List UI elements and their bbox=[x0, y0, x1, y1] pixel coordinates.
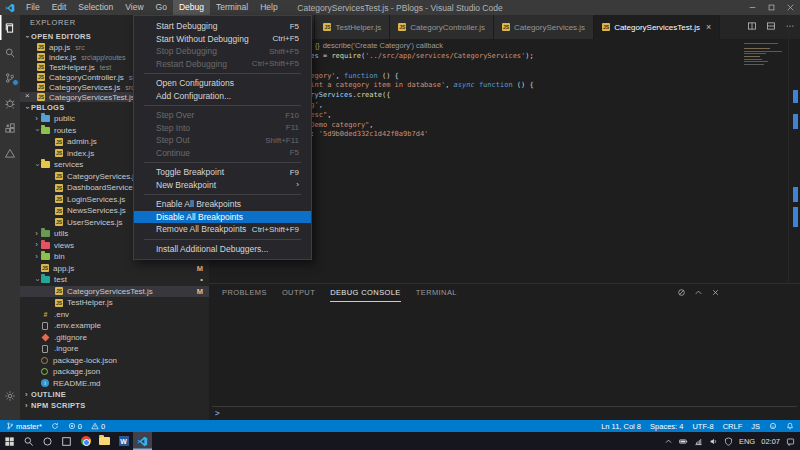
menu-item-start-without-debugging[interactable]: Start Without DebuggingCtrl+F5 bbox=[134, 33, 311, 46]
close-icon[interactable]: × bbox=[25, 91, 30, 100]
toggle-layout-icon[interactable] bbox=[766, 21, 776, 33]
menu-item-continue[interactable]: ContinueF5 bbox=[134, 147, 311, 160]
menu-item-disable-all-breakpoints[interactable]: Disable All Breakpoints bbox=[134, 211, 311, 224]
git-status-badge: M bbox=[197, 287, 203, 296]
section-outline[interactable]: ›OUTLINE bbox=[20, 389, 209, 400]
debug-icon[interactable] bbox=[0, 90, 20, 115]
menu-item-enable-all-breakpoints[interactable]: Enable All Breakpoints bbox=[134, 198, 311, 211]
menu-item-toggle-breakpoint[interactable]: Toggle BreakpointF9 bbox=[134, 166, 311, 179]
status-ln-11-col-8[interactable]: Ln 11, Col 8 bbox=[601, 422, 641, 431]
menu-item-install-additional-debuggers[interactable]: Install Additional Debuggers... bbox=[134, 243, 311, 256]
tree-item-categoryservicestest-js[interactable]: JSCategoryServicesTest.jsM bbox=[20, 286, 209, 298]
vscode-icon[interactable] bbox=[133, 432, 152, 450]
menu-file[interactable]: File bbox=[20, 0, 46, 15]
volume-icon[interactable] bbox=[709, 437, 718, 446]
start-button[interactable] bbox=[0, 432, 19, 450]
bell-icon[interactable] bbox=[786, 422, 794, 430]
settings-gear-icon[interactable] bbox=[0, 383, 20, 408]
menu-debug[interactable]: Debug bbox=[173, 0, 210, 15]
debug-console-input[interactable]: > bbox=[212, 406, 797, 419]
status-utf-8[interactable]: UTF-8 bbox=[692, 422, 713, 431]
menu-item-step-over[interactable]: Step OverF10 bbox=[134, 109, 311, 122]
tree-item-readme-md[interactable]: iREADME.md bbox=[20, 378, 209, 390]
close-window-icon[interactable] bbox=[781, 0, 800, 15]
status-errors[interactable]: 0 bbox=[68, 422, 82, 431]
file-explorer-icon[interactable] bbox=[95, 432, 114, 450]
window-title: CategoryServicesTest.js - PBlogs - Visua… bbox=[297, 3, 502, 13]
menu-go[interactable]: Go bbox=[150, 0, 173, 15]
menu-edit[interactable]: Edit bbox=[46, 0, 73, 15]
tab-categorycontroller-js[interactable]: JSCategoryController.js bbox=[390, 15, 494, 39]
menu-terminal[interactable]: Terminal bbox=[210, 0, 254, 15]
minimize-icon[interactable] bbox=[743, 0, 762, 15]
action-center-icon[interactable] bbox=[786, 437, 795, 446]
menu-item-step-out[interactable]: Step OutShift+F11 bbox=[134, 134, 311, 147]
extensions-icon[interactable] bbox=[0, 115, 20, 140]
tree-item-app-js[interactable]: JSapp.jsM bbox=[20, 263, 209, 275]
menu-item-start-debugging[interactable]: Start DebuggingF5 bbox=[134, 20, 311, 33]
split-editor-icon[interactable] bbox=[747, 21, 757, 33]
status-bar: master*00 Ln 11, Col 8Spaces: 4UTF-8CRLF… bbox=[0, 420, 800, 432]
tab-categoryservicestest-js[interactable]: JSCategoryServicesTest.js× bbox=[594, 15, 720, 39]
menu-item-step-into[interactable]: Step IntoF11 bbox=[134, 122, 311, 135]
clock[interactable]: 02:07 bbox=[761, 437, 780, 446]
menu-item-remove-all-breakpoints[interactable]: Remove All BreakpointsCtrl+Shift+F9 bbox=[134, 223, 311, 236]
close-panel-icon[interactable] bbox=[711, 288, 720, 299]
chevron-up-icon[interactable] bbox=[664, 437, 673, 446]
menu-item-open-configurations[interactable]: Open Configurations bbox=[134, 77, 311, 90]
explorer-icon[interactable] bbox=[0, 15, 20, 40]
tree-item-package-json[interactable]: package.json bbox=[20, 366, 209, 378]
more-actions-icon[interactable] bbox=[785, 21, 795, 33]
minimap[interactable] bbox=[744, 43, 786, 66]
cortana-icon[interactable] bbox=[38, 432, 57, 450]
maximize-icon[interactable] bbox=[762, 0, 781, 15]
panel-tab-output[interactable]: OUTPUT bbox=[282, 284, 315, 302]
tab-categoryservices-js[interactable]: JSCategoryServices.js bbox=[494, 15, 594, 39]
breadcrumb-symbol[interactable]: describe('Create Category') callback bbox=[323, 41, 443, 50]
tree-item-gitignore[interactable]: .gitignore bbox=[20, 332, 209, 344]
menu-item-label: Open Configurations bbox=[156, 78, 234, 88]
section-npm-scripts[interactable]: ›NPM SCRIPTS bbox=[20, 400, 209, 411]
panel-tab-debug-console[interactable]: DEBUG CONSOLE bbox=[330, 284, 401, 302]
menu-item-restart-debugging[interactable]: Restart DebuggingCtrl+Shift+F5 bbox=[134, 58, 311, 71]
status-git-branch[interactable]: master* bbox=[6, 422, 42, 431]
tree-item-testhelper-js[interactable]: JSTestHelper.js bbox=[20, 297, 209, 309]
menu-item-stop-debugging[interactable]: Stop DebuggingShift+F5 bbox=[134, 45, 311, 58]
smiley-icon[interactable] bbox=[769, 422, 777, 430]
menu-item-add-configuration[interactable]: Add Configuration... bbox=[134, 90, 311, 103]
status-spaces-4[interactable]: Spaces: 4 bbox=[650, 422, 683, 431]
taskbar-search-icon[interactable] bbox=[19, 432, 38, 450]
tree-item-package-lock-json[interactable]: package-lock.json bbox=[20, 355, 209, 367]
search-icon[interactable] bbox=[0, 40, 20, 65]
menu-help[interactable]: Help bbox=[254, 0, 283, 15]
folder-icon bbox=[41, 230, 50, 237]
maximize-panel-icon[interactable] bbox=[694, 288, 703, 299]
panel-tab-problems[interactable]: PROBLEMS bbox=[222, 284, 267, 302]
tree-item-env-example[interactable]: .env.example bbox=[20, 320, 209, 332]
clear-console-icon[interactable] bbox=[677, 288, 686, 299]
overview-ruler-mark bbox=[793, 114, 798, 129]
tree-item-env[interactable]: #.env bbox=[20, 309, 209, 321]
tab-testhelper-js[interactable]: JSTestHelper.js bbox=[315, 15, 390, 39]
task-view-icon[interactable] bbox=[57, 432, 76, 450]
source-control-icon[interactable] bbox=[0, 65, 20, 90]
menu-selection[interactable]: Selection bbox=[72, 0, 119, 15]
language-indicator[interactable]: ENG bbox=[739, 437, 755, 446]
custom-extension-icon[interactable] bbox=[0, 140, 20, 165]
menu-view[interactable]: View bbox=[119, 0, 149, 15]
menu-item-new-breakpoint[interactable]: New Breakpoint› bbox=[134, 179, 311, 192]
defender-icon[interactable] bbox=[724, 437, 733, 446]
network-icon[interactable] bbox=[694, 437, 703, 446]
status-crlf[interactable]: CRLF bbox=[723, 422, 743, 431]
status-warnings[interactable]: 0 bbox=[91, 422, 105, 431]
chrome-icon[interactable] bbox=[76, 432, 95, 450]
word-icon[interactable]: W bbox=[114, 432, 133, 450]
tree-item-ingore[interactable]: .ingore bbox=[20, 343, 209, 355]
status-js[interactable]: JS bbox=[751, 422, 760, 431]
battery-icon[interactable] bbox=[679, 437, 688, 446]
close-icon[interactable]: × bbox=[706, 22, 711, 32]
js-file-icon: JS bbox=[37, 63, 45, 71]
tree-item-test[interactable]: ›test• bbox=[20, 274, 209, 286]
status-sync[interactable] bbox=[51, 422, 59, 431]
panel-tab-terminal[interactable]: TERMINAL bbox=[416, 284, 457, 302]
